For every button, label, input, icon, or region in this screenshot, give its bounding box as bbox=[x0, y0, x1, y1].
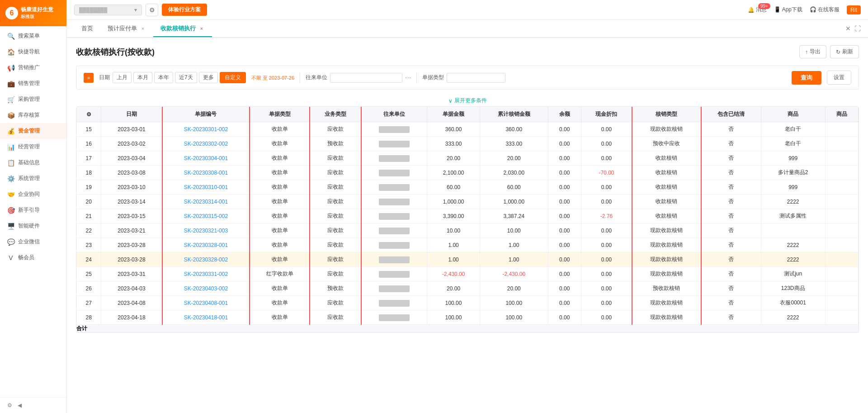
bill-type-select[interactable] bbox=[447, 73, 505, 83]
export-button[interactable]: ↑ 导出 bbox=[799, 45, 826, 58]
bill-no-link[interactable]: SK-20230308-001 bbox=[184, 170, 228, 176]
sidebar-item-marketing[interactable]: 📢 营销推广 bbox=[0, 60, 66, 76]
query-button[interactable]: 查询 bbox=[792, 71, 821, 85]
tab-advance-payment-close[interactable]: × bbox=[140, 25, 146, 32]
row-writeoff-amount: 360.00 bbox=[480, 122, 548, 137]
settings-gear-btn[interactable]: ⚙ bbox=[146, 4, 158, 16]
row-idx: 25 bbox=[76, 267, 101, 281]
bill-no-link[interactable]: SK-20230315-002 bbox=[184, 213, 228, 219]
solution-button[interactable]: 体验行业方案 bbox=[162, 4, 207, 16]
row-writeoff-amount: 1.00 bbox=[480, 252, 548, 267]
bill-no-link[interactable]: SK-20230304-001 bbox=[184, 155, 228, 161]
sidebar-item-quick[interactable]: 🏠 快捷导航 bbox=[0, 44, 66, 60]
partner-input[interactable] bbox=[334, 75, 388, 81]
message-badge: 99+ bbox=[758, 3, 770, 9]
row-bill-no[interactable]: SK-20230328-001 bbox=[162, 238, 250, 252]
row-goods2 bbox=[825, 209, 858, 223]
bill-no-link[interactable]: SK-20230301-002 bbox=[184, 126, 228, 133]
row-bill-no[interactable]: SK-20230310-001 bbox=[162, 180, 250, 195]
partner-input-wrap bbox=[330, 73, 402, 83]
online-service-btn[interactable]: 🎧 在线客服 bbox=[810, 6, 840, 14]
settings-button[interactable]: 设置 bbox=[827, 71, 851, 85]
export-icon: ↑ bbox=[805, 49, 808, 55]
sales-icon: 💼 bbox=[7, 80, 14, 87]
this-month-btn[interactable]: 本月 bbox=[133, 72, 152, 83]
sidebar-item-label: 企业微信 bbox=[18, 238, 40, 246]
bill-no-link[interactable]: SK-20230328-001 bbox=[184, 242, 228, 248]
bill-no-link[interactable]: SK-20230328-002 bbox=[184, 256, 228, 263]
row-idx: 16 bbox=[76, 137, 101, 151]
last-7-days-btn[interactable]: 近7天 bbox=[175, 72, 197, 83]
row-partner: ████ bbox=[361, 137, 427, 151]
sidebar-item-sales[interactable]: 💼 销售管理 bbox=[0, 76, 66, 91]
maximize-tab-btn[interactable]: ⛶ bbox=[854, 25, 861, 32]
sidebar-item-member[interactable]: V 畅会员 bbox=[0, 250, 66, 266]
this-year-btn[interactable]: 本年 bbox=[154, 72, 173, 83]
last-month-btn[interactable]: 上月 bbox=[113, 72, 132, 83]
bill-no-link[interactable]: SK-20230302-002 bbox=[184, 141, 228, 147]
filter-expand-button[interactable]: » bbox=[84, 73, 94, 83]
table-row: 202023-03-14SK-20230314-001收款单应收款████1,0… bbox=[76, 195, 859, 209]
bill-no-link[interactable]: SK-20230321-003 bbox=[184, 228, 228, 234]
row-goods: 123D商品 bbox=[761, 281, 825, 296]
row-balance: 0.00 bbox=[548, 195, 581, 209]
expand-conditions-row[interactable]: ∨ 展开更多条件 bbox=[76, 95, 859, 106]
row-date: 2023-03-28 bbox=[101, 238, 162, 252]
tab-receipt-writeoff-close[interactable]: × bbox=[198, 25, 205, 32]
more-date-btn[interactable]: 更多 bbox=[199, 72, 218, 83]
sidebar-item-purchase[interactable]: 🛒 采购管理 bbox=[0, 91, 66, 107]
row-amount: -2,430.00 bbox=[427, 267, 480, 281]
tab-advance-payment[interactable]: 预计应付单 × bbox=[100, 21, 153, 37]
sidebar-item-basics[interactable]: 📋 基础信息 bbox=[0, 155, 66, 171]
sidebar-item-guide[interactable]: 🎯 新手引导 bbox=[0, 202, 66, 218]
row-bill-no[interactable]: SK-20230308-001 bbox=[162, 166, 250, 180]
sidebar-item-wechat[interactable]: 💬 企业微信 bbox=[0, 234, 66, 250]
app-download-btn[interactable]: 📱 App下载 bbox=[774, 6, 802, 14]
row-bill-no[interactable]: SK-20230321-003 bbox=[162, 223, 250, 238]
table-row: 172023-03-04SK-20230304-001收款单应收款████20.… bbox=[76, 151, 859, 166]
close-tab-btn[interactable]: ✕ bbox=[845, 25, 851, 32]
sidebar-item-system[interactable]: ⚙️ 系统管理 bbox=[0, 171, 66, 186]
sidebar-item-hardware[interactable]: 🖥️ 智能硬件 bbox=[0, 218, 66, 234]
sidebar-item-search[interactable]: 🔍 搜索菜单 bbox=[0, 28, 66, 44]
tab-home[interactable]: 首页 bbox=[74, 21, 100, 37]
sidebar-item-operations[interactable]: 📊 经营管理 bbox=[0, 139, 66, 155]
collapse-icon[interactable]: ◀ bbox=[18, 402, 22, 408]
table-footer-row: 合计 bbox=[76, 325, 859, 333]
row-bill-no[interactable]: SK-20230408-001 bbox=[162, 296, 250, 310]
bill-no-link[interactable]: SK-20230408-001 bbox=[184, 300, 228, 306]
row-bill-no[interactable]: SK-20230331-002 bbox=[162, 267, 250, 281]
row-bill-no[interactable]: SK-20230403-002 bbox=[162, 281, 250, 296]
bill-no-link[interactable]: SK-20230310-001 bbox=[184, 184, 228, 190]
row-date: 2023-03-02 bbox=[101, 137, 162, 151]
settings-icon[interactable]: ⚙ bbox=[7, 402, 12, 408]
bill-no-link[interactable]: SK-20230331-002 bbox=[184, 271, 228, 277]
row-bill-no[interactable]: SK-20230418-001 bbox=[162, 310, 250, 325]
page-content: 收款核销执行(按收款) ↑ 导出 ↻ 刷新 » bbox=[67, 38, 868, 413]
refresh-button[interactable]: ↻ 刷新 bbox=[830, 45, 859, 58]
row-idx: 21 bbox=[76, 209, 101, 223]
search-icon: 🔍 bbox=[7, 33, 14, 40]
date-range-display: 不限 至 2023-07-26 bbox=[251, 75, 294, 81]
branch-selector[interactable]: ████████ ▾ bbox=[74, 5, 142, 15]
row-bill-no[interactable]: SK-20230302-002 bbox=[162, 137, 250, 151]
custom-date-btn[interactable]: 自定义 bbox=[220, 72, 246, 83]
row-goods: 老白干 bbox=[761, 122, 825, 137]
row-bill-no[interactable]: SK-20230301-002 bbox=[162, 122, 250, 137]
bill-no-link[interactable]: SK-20230418-001 bbox=[184, 314, 228, 321]
row-bill-no[interactable]: SK-20230328-002 bbox=[162, 252, 250, 267]
user-avatar[interactable]: Rit bbox=[847, 5, 861, 14]
bell-icon: 🔔 bbox=[748, 7, 755, 13]
bill-no-link[interactable]: SK-20230314-001 bbox=[184, 199, 228, 205]
row-bill-no[interactable]: SK-20230315-002 bbox=[162, 209, 250, 223]
row-bill-no[interactable]: SK-20230314-001 bbox=[162, 195, 250, 209]
tab-receipt-writeoff[interactable]: 收款核销执行 × bbox=[153, 21, 212, 37]
messages-button[interactable]: 🔔 消息 99+ bbox=[748, 6, 767, 14]
row-cash-discount: 0.00 bbox=[581, 310, 632, 325]
row-bill-no[interactable]: SK-20230304-001 bbox=[162, 151, 250, 166]
partner-dots[interactable]: ··· bbox=[405, 74, 411, 82]
sidebar-item-finance[interactable]: 💰 资金管理 bbox=[0, 123, 66, 139]
sidebar-item-enterprise[interactable]: 🤝 企业协同 bbox=[0, 186, 66, 202]
bill-no-link[interactable]: SK-20230403-002 bbox=[184, 285, 228, 292]
sidebar-item-inventory[interactable]: 📦 库存核算 bbox=[0, 107, 66, 123]
